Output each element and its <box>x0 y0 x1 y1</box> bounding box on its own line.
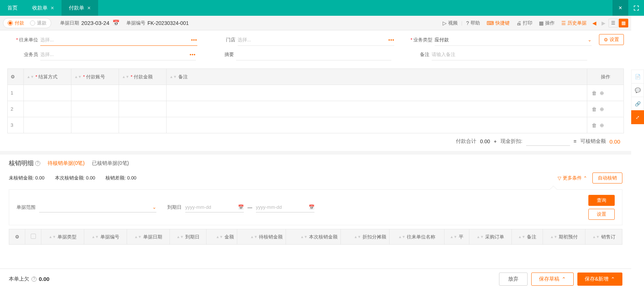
save-new-button[interactable]: 保存&新增⌃ <box>577 273 622 286</box>
chevron-down-icon[interactable]: ⌄ <box>588 37 592 42</box>
delete-icon[interactable]: 🗑 <box>592 122 597 128</box>
due-to-input[interactable]: yyyy-mm-dd📅 <box>256 202 314 212</box>
shortcut-button[interactable]: ⌨快捷键 <box>484 20 513 26</box>
shop-input[interactable]: ••• <box>238 34 395 46</box>
add-icon[interactable]: ⊕ <box>600 90 604 96</box>
col-header[interactable]: ▲▼备注 <box>512 229 543 245</box>
next-doc-icon[interactable]: ▶ <box>599 20 608 26</box>
footer-bar: 本单上欠 ? 0.00 放弃 保存草稿⌃ 保存&新增⌃ <box>0 268 631 289</box>
more-icon[interactable]: ••• <box>190 52 196 57</box>
delete-icon[interactable]: 🗑 <box>592 90 597 96</box>
biztype-select[interactable]: 应付款⌄ <box>435 34 592 46</box>
more-conditions-button[interactable]: ▽更多条件⌃ <box>558 175 587 181</box>
sort-icon: ▲▼ <box>134 236 142 238</box>
summary-row: 付款合计 0.00 + 现金折扣: = 可核销金额 0.00 <box>0 133 631 151</box>
remark-label: 备注 <box>399 51 432 58</box>
view-list-icon[interactable]: ☰ <box>608 19 618 27</box>
operate-button[interactable]: ▦操作 <box>536 20 558 26</box>
row-number: 3 <box>8 117 24 133</box>
col-header[interactable]: ▲▼平 <box>444 229 469 245</box>
col-header[interactable]: ▲▼期初预付 <box>543 229 585 245</box>
sort-icon: ▲▼ <box>354 236 361 238</box>
col-header[interactable]: ▲▼单据编号 <box>84 229 127 245</box>
col-header[interactable]: ▲▼单据日期 <box>127 229 170 245</box>
sort-icon: ▲▼ <box>477 236 484 238</box>
radio-pay[interactable]: 付款 <box>8 20 24 26</box>
col-remark[interactable]: ▲▼备注 <box>167 69 587 85</box>
dock-link-icon[interactable]: 🔗 <box>631 97 644 111</box>
net-label: 可核销金额 <box>580 138 606 145</box>
gear-header[interactable]: ⚙ <box>8 69 24 85</box>
tab-done[interactable]: 已核销单据(0笔) <box>92 160 129 167</box>
col-header[interactable]: ▲▼到期日 <box>170 229 206 245</box>
print-button[interactable]: 🖨打印 <box>513 20 535 26</box>
save-draft-button[interactable]: 保存草稿⌃ <box>531 273 574 286</box>
view-grid-icon[interactable]: ▦ <box>619 19 628 27</box>
add-icon[interactable]: ⊕ <box>600 122 604 128</box>
prev-doc-icon[interactable]: ◀ <box>590 20 599 26</box>
video-button[interactable]: ▷视频 <box>440 20 461 26</box>
tab-home[interactable]: 首页 <box>0 0 25 16</box>
tab-receipt[interactable]: 收款单✕ <box>25 0 62 16</box>
history-button[interactable]: ☰历史单据 <box>558 20 589 26</box>
sort-icon: ▲▼ <box>74 76 82 78</box>
label: 操作 <box>545 20 555 26</box>
close-all-icon[interactable]: ✕ <box>613 0 628 16</box>
col-settle[interactable]: ▲▼*结算方式 <box>24 69 71 85</box>
checkbox-header[interactable] <box>25 229 41 245</box>
due-from-input[interactable]: yyyy-mm-dd📅 <box>185 202 244 212</box>
calendar-icon[interactable]: 📅 <box>112 19 120 26</box>
range-select[interactable]: ⌄ <box>39 202 156 212</box>
filter-settings-button[interactable]: 设置 <box>588 209 615 220</box>
top-tabs-bar: 首页 收款单✕ 付款单✕ ✕ <box>0 0 644 16</box>
sort-icon: ▲▼ <box>216 236 223 238</box>
dock-comment-icon[interactable]: 💬 <box>631 83 644 97</box>
dock-draft-icon[interactable]: 📄 <box>631 70 644 84</box>
dock-expand-icon[interactable]: ⤢ <box>631 110 644 124</box>
delete-icon[interactable]: 🗑 <box>592 106 597 112</box>
col-header[interactable]: ▲▼本次核销金额 <box>286 229 341 245</box>
tab-payment[interactable]: 付款单✕ <box>62 0 98 16</box>
row-number: 2 <box>8 101 24 117</box>
gear-header[interactable]: ⚙ <box>9 229 25 245</box>
table-row[interactable]: 3🗑⊕ <box>8 117 624 133</box>
col-amount[interactable]: ▲▼*付款金额 <box>119 69 167 85</box>
col-account[interactable]: ▲▼*付款账号 <box>71 69 119 85</box>
add-icon[interactable]: ⊕ <box>600 106 604 112</box>
more-icon[interactable]: ••• <box>191 37 197 42</box>
help-icon[interactable]: ? <box>31 277 37 282</box>
col-header[interactable]: ▲▼单据类型 <box>41 229 84 245</box>
salesman-input[interactable]: ••• <box>40 49 196 60</box>
shop-label: 门店 <box>205 37 238 43</box>
close-icon[interactable]: ✕ <box>87 5 91 11</box>
col-header[interactable]: ▲▼折扣分摊额 <box>341 229 390 245</box>
col-op: 操作 <box>587 69 624 85</box>
partner-input[interactable]: ••• <box>40 34 197 46</box>
tab-pending[interactable]: 待核销单据(0笔) <box>48 160 85 167</box>
owe-label: 本单上欠 <box>9 276 29 282</box>
auto-verify-button[interactable]: 自动核销 <box>592 173 622 184</box>
col-header[interactable]: ▲▼采购订单 <box>469 229 512 245</box>
row-actions: 🗑⊕ <box>587 85 624 101</box>
plus: + <box>494 138 497 144</box>
table-row[interactable]: 2🗑⊕ <box>8 101 624 117</box>
col-header[interactable]: ▲▼销售订 <box>585 229 622 245</box>
col-header[interactable]: ▲▼待核销金额 <box>237 229 286 245</box>
help-icon[interactable]: ? <box>35 161 40 166</box>
query-button[interactable]: 查询 <box>588 195 615 206</box>
play-icon: ▷ <box>443 20 447 26</box>
partner-label: *往来单位 <box>7 37 40 43</box>
remark-input[interactable] <box>432 49 587 60</box>
help-button[interactable]: ?帮助 <box>463 20 483 26</box>
col-header[interactable]: ▲▼往来单位名称 <box>390 229 444 245</box>
summary-input[interactable] <box>236 49 392 60</box>
discount-input[interactable] <box>526 137 570 146</box>
col-header[interactable]: ▲▼金额 <box>206 229 237 245</box>
discard-button[interactable]: 放弃 <box>499 273 528 286</box>
more-icon[interactable]: ••• <box>388 37 395 42</box>
settings-button[interactable]: ⚙设置 <box>599 34 624 45</box>
radio-refund[interactable]: 退款 <box>30 20 46 26</box>
table-row[interactable]: 1🗑⊕ <box>8 85 624 101</box>
fullscreen-icon[interactable] <box>628 0 644 16</box>
close-icon[interactable]: ✕ <box>51 5 54 11</box>
